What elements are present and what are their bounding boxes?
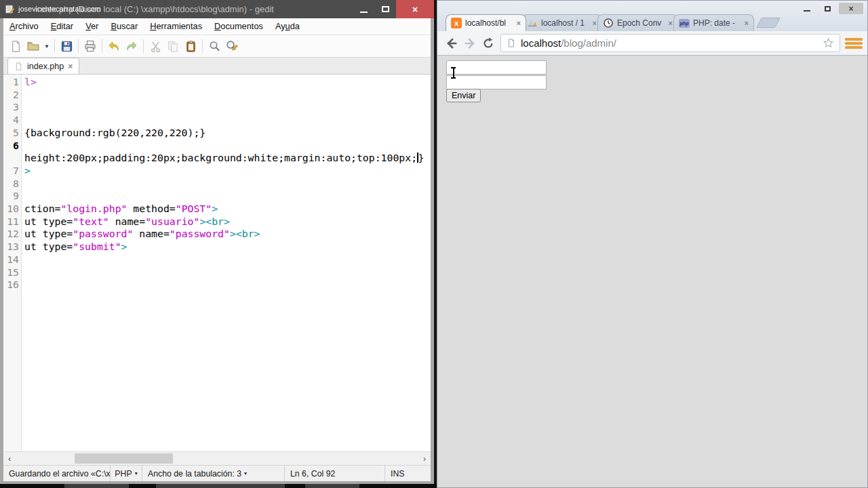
url-text[interactable]: localhost/blog/admin/ — [521, 37, 823, 49]
new-document-button[interactable] — [7, 37, 24, 55]
line-number: 14 — [3, 253, 19, 266]
forward-button[interactable] — [460, 34, 479, 52]
browser-menu-button[interactable] — [845, 36, 863, 51]
tab-label: index.php — [27, 62, 64, 71]
line-number: 11 — [3, 216, 19, 228]
undo-icon — [107, 39, 121, 53]
cut-button[interactable] — [146, 37, 164, 55]
line-number: 2 — [3, 89, 19, 102]
hamburger-bar — [845, 38, 863, 41]
cursor-position: Ln 6, Col 92 — [285, 466, 385, 481]
menu-ver[interactable]: Ver — [79, 18, 104, 35]
new-tab-button[interactable] — [756, 18, 781, 28]
menu-buscar[interactable]: Buscar — [104, 18, 144, 35]
hamburger-bar — [845, 42, 863, 45]
php-icon: php — [679, 19, 690, 28]
watermark-text: josevicentecarratala.com — [18, 5, 101, 13]
line-number: 6 — [3, 140, 19, 152]
reload-icon — [481, 37, 495, 50]
paste-button[interactable] — [182, 37, 199, 55]
open-dropdown-button[interactable]: ▾ — [42, 37, 52, 55]
code-line: 11ut type="text" name="usuario"><br> — [3, 216, 431, 228]
line-number: 4 — [3, 114, 19, 127]
find-button[interactable] — [205, 37, 223, 55]
close-button[interactable]: × — [396, 0, 434, 18]
status-message: Guardando el archivo «C:\xamp... — [3, 466, 111, 481]
bookmark-star-icon[interactable] — [823, 37, 834, 49]
minimize-button[interactable] — [798, 3, 816, 14]
back-arrow-icon — [444, 36, 459, 51]
browser-tab-3[interactable]: Epoch Conv× — [597, 14, 678, 31]
taskbar-sliver — [0, 484, 437, 488]
gedit-tabbar: index.php × — [3, 58, 431, 75]
tab-close-icon[interactable]: × — [517, 19, 521, 27]
language-dropdown[interactable]: PHP ▾ — [111, 466, 142, 481]
toolbar-separator — [54, 39, 55, 53]
maximize-button[interactable] — [818, 3, 836, 14]
tab-close-icon[interactable]: × — [68, 62, 73, 71]
insert-mode-indicator: INS — [385, 466, 431, 481]
reload-button[interactable] — [479, 34, 497, 52]
menu-herramientas[interactable]: Herramientas — [144, 18, 208, 35]
browser-window: × xlocalhost/bl×localhost / 1×Epoch Conv… — [437, 0, 868, 488]
menu-ayuda[interactable]: Ayuda — [269, 18, 306, 35]
save-button[interactable] — [58, 37, 75, 55]
code-editor[interactable]: 1l>2345{background:rgb(220,220,220);}6he… — [3, 75, 431, 451]
copy-button[interactable] — [164, 37, 182, 55]
back-button[interactable] — [442, 34, 460, 52]
browser-tab-4[interactable]: phpPHP: date - × — [673, 14, 754, 31]
tab-width-dropdown[interactable]: Ancho de la tabulación: 3 ▾ — [142, 466, 285, 481]
tab-close-icon[interactable]: × — [593, 19, 597, 27]
gedit-titlebar: josevicentecarratala.com index.php (Disc… — [0, 0, 434, 18]
url-path: /blog/admin/ — [561, 37, 616, 49]
browser-titlebar: × xlocalhost/bl×localhost / 1×Epoch Conv… — [437, 1, 867, 31]
line-number: 1 — [3, 76, 19, 89]
code-line: 14 — [3, 253, 431, 266]
scroll-right-arrow[interactable]: › — [418, 452, 431, 465]
menu-editar[interactable]: Editar — [45, 18, 79, 35]
submit-button[interactable]: Enviar — [446, 89, 481, 102]
browser-tab-1[interactable]: xlocalhost/bl× — [446, 14, 526, 31]
tab-title: PHP: date - — [693, 18, 741, 28]
page-content: Enviar — [437, 56, 867, 487]
menu-documentos[interactable]: Documentos — [208, 18, 269, 35]
horizontal-scrollbar[interactable]: ‹ › — [3, 451, 431, 465]
save-icon — [60, 40, 73, 53]
tab-width-label: Ancho de la tabulación: 3 — [148, 469, 241, 479]
minimize-button[interactable] — [353, 0, 374, 18]
password-input[interactable] — [446, 75, 547, 89]
tab-close-icon[interactable]: × — [745, 19, 749, 27]
scroll-left-arrow[interactable]: ‹ — [3, 452, 16, 465]
undo-button[interactable] — [105, 37, 123, 55]
open-button[interactable] — [24, 37, 42, 55]
line-number: 7 — [3, 165, 19, 178]
print-icon — [83, 39, 97, 53]
print-button[interactable] — [81, 37, 99, 55]
gedit-window: josevicentecarratala.com index.php (Disc… — [0, 0, 434, 484]
line-number: 9 — [3, 190, 19, 203]
phpmyadmin-icon — [527, 18, 538, 28]
menu-archivo[interactable]: Archivo — [3, 18, 45, 35]
code-line: 3 — [3, 101, 431, 114]
url-host: localhost — [521, 37, 561, 49]
line-number: 10 — [3, 203, 19, 216]
code-line: 6 — [3, 140, 431, 152]
tab-close-icon[interactable]: × — [669, 19, 673, 27]
chevron-down-icon: ▾ — [45, 43, 49, 49]
scrollbar-thumb[interactable] — [75, 453, 173, 464]
browser-tab-2[interactable]: localhost / 1× — [521, 14, 602, 31]
line-number: 15 — [3, 266, 19, 279]
find-replace-button[interactable] — [223, 37, 241, 55]
usuario-input[interactable] — [446, 60, 547, 75]
find-and-replace-icon — [225, 39, 239, 53]
language-label: PHP — [115, 469, 132, 479]
line-number: 13 — [3, 241, 19, 253]
close-button[interactable]: × — [839, 3, 863, 14]
browser-tabstrip: xlocalhost/bl×localhost / 1×Epoch Conv×p… — [446, 14, 778, 31]
open-folder-icon — [26, 39, 40, 53]
address-bar[interactable]: localhost/blog/admin/ — [500, 34, 840, 52]
maximize-button[interactable] — [374, 0, 396, 18]
editor-tab-index-php[interactable]: index.php × — [7, 58, 79, 74]
taskbar-item — [305, 484, 359, 488]
redo-button[interactable] — [123, 37, 140, 55]
